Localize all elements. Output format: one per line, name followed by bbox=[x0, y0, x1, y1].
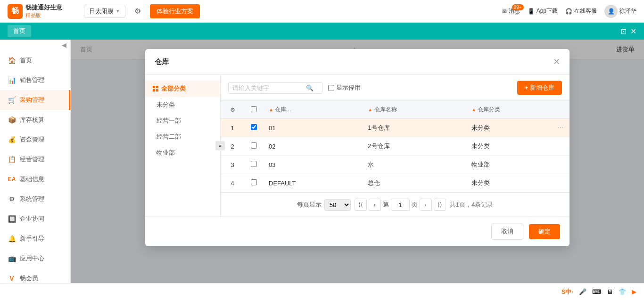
main-layout: ◀ 🏠 首页 📊 销售管理 🛒 采购管理 📦 库存核算 💰 资金管理 📋 经营管… bbox=[0, 40, 644, 300]
messages-badge: 99+ bbox=[512, 4, 524, 10]
sidebar-collapse-btn[interactable]: ◀ bbox=[0, 40, 70, 50]
all-categories-item[interactable]: 全部分类 bbox=[145, 81, 220, 97]
sidebar-item-enterprise[interactable]: 🔲 企业协同 bbox=[0, 209, 70, 229]
sidebar-item-system[interactable]: ⚙ 系统管理 bbox=[0, 189, 70, 209]
search-input[interactable] bbox=[232, 84, 303, 92]
category-item-uncategorized[interactable]: 未分类 bbox=[145, 97, 220, 113]
system-icon: ⚙ bbox=[8, 195, 16, 203]
table-row[interactable]: 2 02 2号仓库 未分类 bbox=[221, 137, 570, 156]
last-page-button[interactable]: ⟩⟩ bbox=[434, 199, 446, 211]
user-menu[interactable]: 👤 徐泽华 bbox=[604, 5, 636, 18]
confirm-button[interactable]: 确定 bbox=[529, 224, 560, 239]
category-item-property[interactable]: 物业部 bbox=[145, 145, 220, 161]
messages-button[interactable]: ✉ 消息 99+ bbox=[502, 7, 520, 15]
modal-close-button[interactable]: ✕ bbox=[553, 57, 560, 67]
sidebar-item-basic[interactable]: EA 基础信息 bbox=[0, 169, 70, 189]
sales-icon: 📊 bbox=[8, 76, 16, 84]
sort-icon: ▲ bbox=[471, 107, 476, 112]
sidebar-label: 采购管理 bbox=[20, 96, 44, 104]
apps-icon: 📺 bbox=[8, 254, 16, 263]
purchase-icon: 🛒 bbox=[8, 96, 16, 104]
col-header-code[interactable]: ▲ 仓库... bbox=[263, 101, 362, 119]
sidebar-item-finance[interactable]: 💰 资金管理 bbox=[0, 130, 70, 150]
row-name: 水 bbox=[362, 156, 466, 174]
headset-icon: 🎧 bbox=[565, 8, 572, 15]
col-header-category[interactable]: ▲ 仓库分类 bbox=[466, 101, 570, 119]
warehouse-table: ⚙ ▲ 仓库... bbox=[221, 101, 570, 192]
app-download-button[interactable]: 📱 App下载 bbox=[528, 7, 558, 15]
row-index: 4 bbox=[221, 174, 244, 192]
close-nav-icon[interactable]: ✕ bbox=[630, 27, 636, 36]
logo-icon: 畅 bbox=[8, 4, 23, 19]
play-icon[interactable]: ▶ bbox=[632, 288, 636, 295]
row-code: 02 bbox=[263, 137, 362, 156]
row-checkbox-cell[interactable] bbox=[244, 174, 263, 192]
collapse-left-panel-btn[interactable]: « bbox=[215, 141, 225, 150]
mic-icon[interactable]: 🎤 bbox=[579, 288, 586, 295]
table-row[interactable]: 1 01 1号仓库 未分类 ··· bbox=[221, 119, 570, 137]
row-actions-btn[interactable]: ··· bbox=[558, 124, 564, 132]
sort-icon: ▲ bbox=[368, 107, 372, 112]
content-area: 首页 / 进货单 仓库 ✕ bbox=[71, 40, 644, 300]
row-checkbox[interactable] bbox=[251, 179, 257, 185]
nav-item-home[interactable]: 首页 bbox=[8, 25, 31, 37]
username: 徐泽华 bbox=[619, 7, 636, 15]
display-icon[interactable]: 🖥 bbox=[607, 288, 613, 295]
category-item-operations2[interactable]: 经营二部 bbox=[145, 129, 220, 145]
restore-icon[interactable]: ⊡ bbox=[620, 27, 627, 36]
sidebar-item-purchase[interactable]: 🛒 采购管理 bbox=[0, 90, 70, 110]
sidebar-item-guide[interactable]: 🔔 新手引导 bbox=[0, 229, 70, 249]
modal-footer: 取消 确定 bbox=[145, 217, 570, 246]
sidebar-item-inventory[interactable]: 📦 库存核算 bbox=[0, 110, 70, 130]
operations-icon: 📋 bbox=[8, 155, 16, 164]
sidebar-item-home[interactable]: 🏠 首页 bbox=[0, 50, 70, 70]
row-checkbox-cell[interactable] bbox=[244, 156, 263, 174]
page-prefix-label: 第 bbox=[383, 200, 389, 209]
col-header-name[interactable]: ▲ 仓库名称 bbox=[362, 101, 466, 119]
category-item-operations1[interactable]: 经营一部 bbox=[145, 113, 220, 129]
sidebar-label: 企业协同 bbox=[20, 215, 44, 223]
enterprise-icon: 🔲 bbox=[8, 215, 16, 223]
first-page-button[interactable]: ⟨⟨ bbox=[355, 199, 367, 211]
row-category: 未分类 ··· bbox=[466, 119, 570, 137]
grid-icon bbox=[153, 86, 158, 92]
row-checkbox[interactable] bbox=[251, 142, 257, 149]
keyboard-icon[interactable]: ⌨ bbox=[592, 288, 601, 295]
table-row[interactable]: 4 DEFAULT 总仓 未分类 bbox=[221, 174, 570, 192]
row-checkbox-cell[interactable] bbox=[244, 119, 263, 137]
chevron-down-icon: ▼ bbox=[116, 8, 120, 14]
show-disabled-input[interactable] bbox=[328, 85, 334, 91]
sidebar-item-operations[interactable]: 📋 经营管理 bbox=[0, 150, 70, 169]
logo-text: 畅捷通好生意 精品版 bbox=[25, 3, 62, 19]
modal-title: 仓库 bbox=[155, 58, 169, 67]
nav-controls: ⊡ ✕ bbox=[620, 27, 636, 36]
row-checkbox-cell[interactable] bbox=[244, 137, 263, 156]
sidebar-label: 基础信息 bbox=[20, 175, 44, 183]
sidebar-item-sales[interactable]: 📊 销售管理 bbox=[0, 70, 70, 90]
next-page-button[interactable]: › bbox=[420, 199, 432, 211]
prev-page-button[interactable]: ‹ bbox=[369, 199, 381, 211]
table-row[interactable]: 3 03 水 物业部 bbox=[221, 156, 570, 174]
row-checkbox[interactable] bbox=[251, 161, 257, 167]
all-categories-label: 全部分类 bbox=[161, 84, 186, 93]
store-selector[interactable]: 日太阳膜 ▼ bbox=[84, 5, 125, 18]
show-disabled-label: 显示停用 bbox=[336, 83, 361, 92]
row-name: 1号仓库 bbox=[362, 119, 466, 137]
row-code: 01 bbox=[263, 119, 362, 137]
per-page-select[interactable]: 50 10 20 100 bbox=[324, 199, 351, 211]
basic-icon: EA bbox=[8, 175, 16, 183]
show-disabled-checkbox[interactable]: 显示停用 bbox=[328, 83, 361, 92]
settings-icon[interactable]: ⚙ bbox=[131, 5, 144, 18]
page-number-input[interactable] bbox=[391, 199, 410, 211]
search-icon[interactable]: 🔍 bbox=[306, 84, 314, 92]
shirt-icon[interactable]: 👕 bbox=[619, 288, 626, 295]
service-button[interactable]: 🎧 在线客服 bbox=[565, 7, 597, 15]
row-checkbox[interactable] bbox=[251, 124, 257, 130]
home-icon: 🏠 bbox=[8, 56, 16, 65]
col-header-settings[interactable]: ⚙ bbox=[221, 101, 244, 119]
sidebar-item-apps[interactable]: 📺 应用中心 bbox=[0, 249, 70, 268]
cancel-button[interactable]: 取消 bbox=[491, 224, 523, 240]
select-all-checkbox[interactable] bbox=[251, 106, 257, 112]
trial-button[interactable]: 体验行业方案 bbox=[150, 4, 200, 18]
new-warehouse-button[interactable]: + 新增仓库 bbox=[517, 81, 562, 95]
